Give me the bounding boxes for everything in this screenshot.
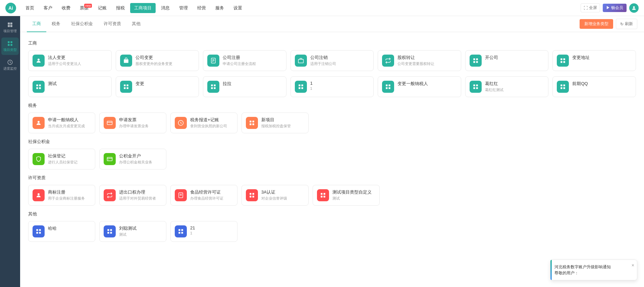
card-desc: 适用于注销公司 (310, 61, 370, 66)
tab-qita[interactable]: 其他 (126, 16, 146, 32)
svg-rect-7 (8, 44, 9, 46)
card-icon-tt (317, 189, 329, 201)
shuiwu-cards: 申请一般纳税人 当月或次月成变更完成 申请发票 办理申请发票业务 (28, 113, 636, 133)
svg-rect-1 (8, 22, 10, 24)
nav-invoice[interactable]: 票据new (76, 3, 93, 13)
nav-customer[interactable]: 客户 (40, 3, 56, 13)
card-desc: 办理公积金相关业务 (119, 160, 162, 165)
nav-home[interactable]: 首页 (21, 3, 38, 13)
nav-service[interactable]: 服务 (211, 3, 228, 13)
svg-rect-54 (107, 121, 112, 125)
card-desc: 测试 (332, 196, 375, 201)
svg-rect-50 (564, 84, 565, 86)
svg-rect-25 (36, 84, 38, 86)
card-biangeng-dizhi[interactable]: 变更地址 (552, 50, 636, 71)
tab-xuke[interactable]: 许可资质 (98, 16, 126, 32)
card-test-type[interactable]: 测试项目类型自定义 测试 (313, 185, 380, 206)
card-gongjijin-kaihu[interactable]: 公积金开户 办理公积金相关业务 (99, 149, 166, 169)
nav-business[interactable]: 工商项目 (130, 3, 156, 13)
tab-shebao[interactable]: 社保公积金 (66, 16, 98, 32)
refresh-button[interactable]: ↻ 刷新 (616, 19, 637, 29)
card-new-project[interactable]: 新项目 报税加税控盘保管 (241, 113, 309, 133)
card-shangbiao[interactable]: 商标注册 用于企业商标注册服务 (28, 185, 95, 206)
card-gongsi-zhuxiao[interactable]: 公司注销 适用于注销公司 (290, 50, 374, 71)
notification-popup: × 河北税务数字账户升级影响通知尊敬的用户： (550, 260, 637, 280)
card-shenqing-fapiao[interactable]: 申请发票 办理申请发票业务 (99, 113, 166, 133)
card-liucong[interactable]: 刘聪测试 测试 (99, 221, 166, 242)
svg-point-0 (633, 6, 635, 8)
card-icon-ghh (470, 81, 482, 93)
card-biangeng2[interactable]: 变更 (116, 76, 199, 97)
card-icon-gjj (104, 153, 116, 165)
card-icon-bg2 (120, 81, 132, 93)
svg-rect-58 (253, 121, 254, 122)
card-one[interactable]: 1 1 (290, 76, 374, 97)
card-guquan-zhuanrang[interactable]: 股权转让 公司变更需要股权转让 (378, 50, 461, 71)
svg-rect-70 (321, 193, 322, 195)
sidebar-item-project-manage[interactable]: 项目管理 (1, 19, 19, 36)
section-title-gongshang: 工商 (28, 40, 636, 46)
card-gongsi-biangeng[interactable]: 公司变更 股权变更外的业务变更 (116, 50, 199, 71)
card-name: 3A认证 (261, 189, 304, 195)
card-desc: 适用于公司变更法人 (48, 61, 107, 66)
card-name: 1 (310, 81, 370, 86)
card-icon-lc (104, 225, 116, 237)
card-faziren-biangeng[interactable]: 法人变更 适用于公司变更法人 (28, 50, 112, 71)
card-shebao-dengji[interactable]: 社保登记 进行人员社保登记 (28, 149, 95, 169)
nav-message[interactable]: 消息 (157, 3, 174, 13)
main-layout: 项目管理 项目类型 进度监控 工商 税务 社保公积金 许可资质 其他 新增业务类… (0, 16, 644, 287)
card-icon-sb (33, 189, 45, 201)
svg-rect-79 (110, 229, 112, 231)
sidebar-item-progress[interactable]: 进度监控 (1, 56, 19, 74)
nav-fee[interactable]: 收费 (58, 3, 74, 13)
nav-tax[interactable]: 报税 (112, 3, 129, 13)
card-shenqing-납shuiren[interactable]: 申请一般纳税人 当月或次月成变更完成 (28, 113, 95, 133)
tab-gongshang[interactable]: 工商 (27, 16, 46, 32)
card-haha[interactable]: 哈哈 (28, 221, 95, 242)
svg-rect-43 (386, 87, 388, 89)
nav-operation[interactable]: 经营 (193, 3, 210, 13)
nav-manage[interactable]: 管理 (175, 3, 192, 13)
card-icon-one (295, 81, 307, 93)
card-gehonghong[interactable]: 葛红红 葛红红测试 (465, 76, 549, 97)
svg-rect-67 (253, 193, 254, 195)
card-name: 拉拉 (223, 81, 282, 87)
card-jinchuko[interactable]: 进出口权办理 适用于对外贸易经营者 (99, 185, 166, 206)
card-name: 变更 (136, 81, 195, 87)
card-gongsi-zhuce[interactable]: 公司注册 申请公司注册全流程 (203, 50, 286, 71)
card-name: 申请发票 (119, 117, 162, 123)
fullscreen-button[interactable]: ⛶ 全屏 (581, 3, 600, 12)
sidebar-item-project-type[interactable]: 项目类型 (1, 38, 19, 55)
card-icon-fp (104, 117, 116, 129)
card-kai-gongsi[interactable]: 开公司 (465, 50, 549, 71)
card-3a[interactable]: 3A认证 对企业信誉评级 (241, 185, 309, 206)
member-button[interactable]: ▶ 畅会员 (603, 4, 627, 12)
card-21[interactable]: 21 1 (170, 221, 237, 242)
nav-bookkeeping[interactable]: 记账 (94, 3, 111, 13)
nav-settings[interactable]: 设置 (229, 3, 246, 13)
svg-rect-35 (211, 87, 213, 89)
card-lala[interactable]: 拉拉 (203, 76, 286, 97)
svg-rect-83 (181, 229, 183, 231)
svg-rect-68 (250, 196, 251, 198)
svg-rect-47 (473, 87, 475, 89)
tab-shuiwu[interactable]: 税务 (46, 16, 66, 32)
card-ceshi[interactable]: 测试 (28, 76, 112, 97)
card-shuiwu-baodao[interactable]: 税务报道+记账 拿到营业执照的新公司 (170, 113, 237, 133)
card-shipin[interactable]: 食品经营许可证 办理食品经营许可证 (170, 185, 237, 206)
card-icon-bd (175, 117, 187, 129)
avatar[interactable] (629, 3, 639, 13)
card-qianqi-qq[interactable]: 前期QQ (552, 76, 636, 97)
notif-close-button[interactable]: × (632, 263, 634, 268)
svg-rect-24 (564, 61, 565, 63)
svg-rect-77 (39, 232, 41, 234)
svg-rect-23 (561, 61, 562, 63)
card-biangeng-납shuiren[interactable]: 变更一般纳税人 (378, 76, 461, 97)
svg-rect-52 (564, 87, 565, 89)
new-type-button[interactable]: 新增业务类型 (580, 19, 613, 29)
svg-rect-44 (389, 87, 390, 89)
svg-rect-59 (250, 124, 251, 125)
nav-menu: 首页 客户 收费 票据new 记账 报税 工商项目 消息 管理 经营 服务 设置 (21, 3, 581, 13)
card-icon-ceshi (33, 81, 45, 93)
card-icon-3a (246, 189, 258, 201)
